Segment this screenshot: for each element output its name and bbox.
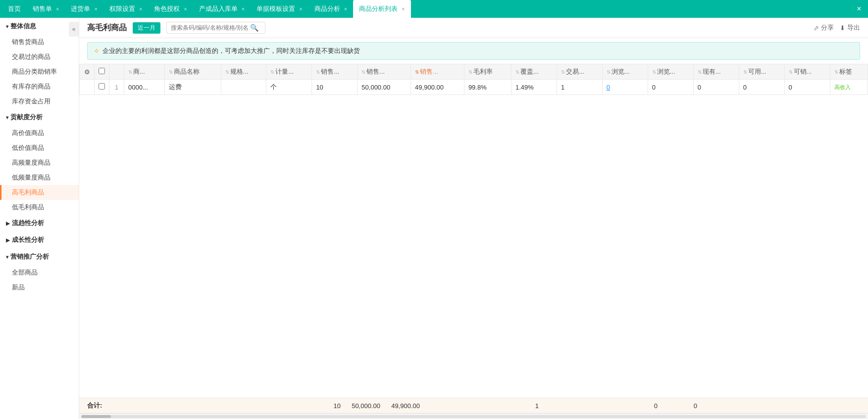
col-sales3[interactable]: ⇅销售... xyxy=(411,64,464,80)
cell-checkbox[interactable] xyxy=(95,80,109,95)
overall-arrow-icon: ▾ xyxy=(6,24,8,29)
sidebar-item-low-value[interactable]: 低价值商品 xyxy=(0,140,79,155)
nav-analysis[interactable]: 商品分析 × xyxy=(308,0,353,18)
col-settings[interactable]: ⚙ xyxy=(80,64,95,80)
close-product-import-tab[interactable]: × xyxy=(242,0,245,18)
col-index xyxy=(109,64,124,80)
cell-unit: 个 xyxy=(266,80,312,95)
sidebar-group-growth[interactable]: ▶ 成长性分析 xyxy=(0,232,79,248)
main-layout: « ▾ 整体信息 销售货商品 交易过的商品 商品分类助销率 有库存的商品 库存资… xyxy=(0,18,868,419)
bottom-scrollbar[interactable] xyxy=(79,413,868,419)
cell-settings xyxy=(80,80,95,95)
col-sales2[interactable]: ⇅销售... xyxy=(357,64,411,80)
cell-sales3: 49,900.00 xyxy=(411,80,464,95)
financial-arrow-icon: ▾ xyxy=(6,115,8,120)
sidebar-item-sales-assist[interactable]: 商品分类助销率 xyxy=(0,64,79,79)
cell-spec xyxy=(221,80,266,95)
time-filter-button[interactable]: 近一月 xyxy=(133,22,160,34)
footer-trade: 1 xyxy=(503,402,543,410)
footer-empty1 xyxy=(147,402,186,410)
cell-margin-rate: 99.8% xyxy=(464,80,511,95)
content-header: 高毛利商品 近一月 🔍 ⬀ 分享 ⬇ 导出 xyxy=(79,18,868,38)
sidebar-item-low-freq[interactable]: 低频量度商品 xyxy=(0,170,79,185)
close-analysis-tab[interactable]: × xyxy=(344,0,347,18)
nav-product-import[interactable]: 产成品入库单 × xyxy=(193,0,251,18)
sidebar-item-stock-capital[interactable]: 库存资金占用 xyxy=(0,94,79,109)
header-actions: ⬀ 分享 ⬇ 导出 xyxy=(814,23,860,32)
cell-available: 0 xyxy=(739,80,784,95)
growth-arrow-icon: ▶ xyxy=(6,237,10,243)
col-spec[interactable]: ⇅规格... xyxy=(221,64,266,80)
nav-import[interactable]: 进货单 × xyxy=(65,0,103,18)
nav-home[interactable]: 首页 xyxy=(2,0,27,18)
sidebar-group-overall[interactable]: ▾ 整体信息 xyxy=(0,18,79,35)
table-container: ⚙ ⇅商... ⇅商品名称 ⇅规格... ⇅计量... ⇅销售... ⇅销售..… xyxy=(79,64,868,398)
top-nav: 首页 销售单 × 进货单 × 权限设置 × 角色授权 × 产成品入库单 × 单据… xyxy=(0,0,868,18)
close-permissions-tab[interactable]: × xyxy=(139,0,142,18)
col-trade[interactable]: ⇅交易... xyxy=(557,64,602,80)
search-box: 🔍 xyxy=(166,22,265,34)
cell-tag: 高收入 xyxy=(830,80,868,95)
nav-permissions[interactable]: 权限设置 × xyxy=(103,0,148,18)
footer-empty8 xyxy=(582,402,622,410)
col-sales1[interactable]: ⇅销售... xyxy=(312,64,357,80)
table-header-row: ⚙ ⇅商... ⇅商品名称 ⇅规格... ⇅计量... ⇅销售... ⇅销售..… xyxy=(80,64,868,80)
col-name[interactable]: ⇅商品名称 xyxy=(164,64,221,80)
close-analysis-list-tab[interactable]: × xyxy=(402,0,405,18)
col-tag[interactable]: ⇅标签 xyxy=(830,64,868,80)
row-checkbox[interactable] xyxy=(99,83,105,90)
footer-sales3: 49,900.00 xyxy=(384,402,424,410)
col-sellable[interactable]: ⇅可销... xyxy=(784,64,830,80)
close-roles-tab[interactable]: × xyxy=(184,0,187,18)
select-all-checkbox[interactable] xyxy=(99,68,105,74)
col-cover[interactable]: ⇅覆盖... xyxy=(511,64,557,80)
nav-template[interactable]: 单据模板设置 × xyxy=(251,0,308,18)
sidebar-item-all-products[interactable]: 全部商品 xyxy=(0,265,79,280)
footer-available: 0 xyxy=(662,402,701,410)
info-text: 企业的主要的利润都是这部分商品创造的，可考虑加大推广，同时关注库存是不要出现缺货 xyxy=(102,47,360,55)
sidebar-item-traded-products[interactable]: 交易过的商品 xyxy=(0,49,79,64)
sidebar-item-high-freq[interactable]: 高频量度商品 xyxy=(0,155,79,170)
share-button[interactable]: ⬀ 分享 xyxy=(814,23,834,32)
close-sales-tab[interactable]: × xyxy=(56,0,59,18)
scroll-track xyxy=(81,415,866,418)
sidebar-collapse-button[interactable]: « xyxy=(69,22,79,37)
close-import-tab[interactable]: × xyxy=(94,0,97,18)
export-button[interactable]: ⬇ 导出 xyxy=(840,23,860,32)
page-title: 高毛利商品 xyxy=(87,23,127,33)
cell-sellable: 0 xyxy=(784,80,830,95)
footer-empty4 xyxy=(265,402,305,410)
sidebar-group-financial[interactable]: ▾ 贡献度分析 xyxy=(0,109,79,126)
cell-browse2: 0 xyxy=(648,80,693,95)
col-browse2[interactable]: ⇅浏览... xyxy=(648,64,693,80)
cell-browse1[interactable]: 0 xyxy=(602,80,648,95)
footer-values: 10 50,000.00 49,900.00 1 0 0 xyxy=(147,402,701,410)
close-template-tab[interactable]: × xyxy=(299,0,302,18)
search-icon[interactable]: 🔍 xyxy=(250,24,258,32)
close-window-button[interactable]: × xyxy=(852,2,866,16)
footer-empty2 xyxy=(186,402,226,410)
col-browse1[interactable]: ⇅浏览... xyxy=(602,64,648,80)
sidebar-item-high-value[interactable]: 高价值商品 xyxy=(0,126,79,140)
sidebar-group-trend[interactable]: ▶ 流趋性分析 xyxy=(0,215,79,232)
sidebar-item-stocked[interactable]: 有库存的商品 xyxy=(0,79,79,94)
cell-current: 0 xyxy=(693,80,739,95)
sidebar-item-new-products[interactable]: 新品 xyxy=(0,280,79,295)
col-margin-rate[interactable]: ⇅毛利率 xyxy=(464,64,511,80)
col-available[interactable]: ⇅可用... xyxy=(739,64,784,80)
scroll-thumb[interactable] xyxy=(81,415,111,418)
col-unit[interactable]: ⇅计量... xyxy=(266,64,312,80)
nav-sales[interactable]: 销售单 × xyxy=(27,0,65,18)
sidebar-group-marketing[interactable]: ▾ 营销推广分析 xyxy=(0,248,79,265)
sidebar-item-sales-products[interactable]: 销售货商品 xyxy=(0,35,79,49)
sidebar-item-high-margin[interactable]: 高毛利商品 xyxy=(0,185,79,200)
cell-cover: 1.49% xyxy=(511,80,557,95)
col-code[interactable]: ⇅商... xyxy=(124,64,165,80)
search-input[interactable] xyxy=(171,24,250,31)
col-current[interactable]: ⇅现有... xyxy=(693,64,739,80)
sidebar-item-low-margin[interactable]: 低毛利商品 xyxy=(0,200,79,215)
products-table: ⚙ ⇅商... ⇅商品名称 ⇅规格... ⇅计量... ⇅销售... ⇅销售..… xyxy=(79,64,868,95)
nav-roles[interactable]: 角色授权 × xyxy=(148,0,193,18)
nav-analysis-list[interactable]: 商品分析列表 × xyxy=(353,0,410,18)
table-row: 1 0000... 运费 个 10 50,000.00 49,900.00 99… xyxy=(80,80,868,95)
